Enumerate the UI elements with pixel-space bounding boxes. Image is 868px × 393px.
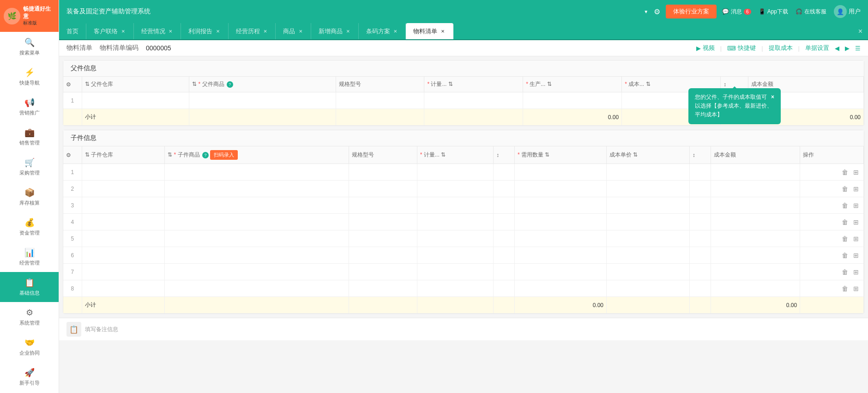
delete-icon-0[interactable]: 🗑 [840,168,850,177]
copy-icon-3[interactable]: ⊞ [851,218,861,227]
child-goods-5[interactable] [165,247,349,264]
tab-bom[interactable]: 物料清单 × [406,23,453,39]
child-spec-6[interactable] [349,264,417,280]
tab-customer[interactable]: 客户联络 × [86,23,134,39]
copy-icon-7[interactable]: ⊞ [851,284,861,293]
sidebar-item-finance[interactable]: 💰 资金管理 [0,212,59,242]
child-unit-cost-4[interactable] [607,230,690,247]
child-quantity-5[interactable] [514,247,606,264]
child-sort-7[interactable] [493,280,514,297]
child-warehouse-1[interactable] [82,181,165,197]
child-spec-2[interactable] [349,197,417,214]
sidebar-item-sales[interactable]: 💼 销售管理 [0,122,59,152]
copy-icon-6[interactable]: ⊞ [851,267,861,277]
child-unit-4[interactable] [417,230,493,247]
tab-goods-close[interactable]: × [298,27,303,36]
child-spec-3[interactable] [349,214,417,230]
child-goods-4[interactable] [165,230,349,247]
child-warehouse-4[interactable] [82,230,165,247]
child-goods-3[interactable] [165,214,349,230]
delete-icon-2[interactable]: 🗑 [840,201,850,210]
delete-icon-3[interactable]: 🗑 [840,218,850,227]
delete-icon-6[interactable]: 🗑 [840,267,850,277]
child-goods-info-icon[interactable]: ? [202,152,209,158]
child-unit-3[interactable] [417,214,493,230]
th-parent-settings[interactable]: ⚙ [63,77,82,92]
child-quantity-3[interactable] [514,214,606,230]
delete-icon-7[interactable]: 🗑 [840,284,850,293]
child-quantity-4[interactable] [514,230,606,247]
tab-barcode[interactable]: 条码方案 × [359,23,406,39]
child-sort2-3[interactable] [689,214,711,230]
tab-new-goods[interactable]: 新增商品 × [311,23,359,39]
sidebar-item-basic[interactable]: 📋 基础信息 [0,272,59,302]
child-unit-2[interactable] [417,197,493,214]
delete-icon-1[interactable]: 🗑 [840,184,850,193]
child-unit-cost-6[interactable] [607,264,690,280]
copy-icon-2[interactable]: ⊞ [851,201,861,210]
child-unit-1[interactable] [417,181,493,197]
table-view[interactable]: ☰ [855,45,861,52]
child-unit-cost-2[interactable] [607,197,690,214]
th-child-sort5[interactable]: ⇅ [633,151,638,158]
tab-operation[interactable]: 经营情况 × [134,23,181,39]
child-warehouse-7[interactable] [82,280,165,297]
th-sort-icon[interactable]: ⇅ [85,81,90,87]
tab-history-close[interactable]: × [263,27,268,36]
page-tab2[interactable]: 物料清单编码 [100,44,139,52]
child-goods-7[interactable] [165,280,349,297]
parent-goods-info-icon[interactable]: ? [227,81,233,88]
child-quantity-7[interactable] [514,280,606,297]
child-sort2-0[interactable] [689,164,711,181]
tab-customer-close[interactable]: × [121,27,126,36]
th-sort-icon3[interactable]: ⇅ [448,81,453,87]
child-spec-4[interactable] [349,230,417,247]
th-child-sort2[interactable]: ⇅ [168,151,172,158]
child-warehouse-5[interactable] [82,247,165,264]
child-unit-6[interactable] [417,264,493,280]
child-quantity-2[interactable] [514,197,606,214]
experience-button[interactable]: 体验行业方案 [666,5,717,18]
bottom-note-icon[interactable]: 📋 [66,322,81,337]
th-child-sort1[interactable]: ⇅ [85,151,90,158]
page-tab1[interactable]: 物料清单 [66,44,92,52]
sidebar-item-inventory[interactable]: 📦 库存核算 [0,182,59,212]
tab-history[interactable]: 经营历程 × [229,23,276,39]
child-quantity-6[interactable] [514,264,606,280]
child-spec-0[interactable] [349,164,417,181]
child-warehouse-6[interactable] [82,264,165,280]
sidebar-item-enterprise[interactable]: 🤝 企业协同 [0,332,59,362]
child-sort-1[interactable] [493,181,514,197]
tab-profit[interactable]: 利润报告 × [181,23,229,39]
copy-icon-4[interactable]: ⊞ [851,234,861,243]
child-quantity-0[interactable] [514,164,606,181]
copy-icon-1[interactable]: ⊞ [851,184,861,193]
sidebar-item-purchase[interactable]: 🛒 采购管理 [0,152,59,182]
tab-operation-close[interactable]: × [168,27,174,36]
child-unit-7[interactable] [417,280,493,297]
child-spec-1[interactable] [349,181,417,197]
sidebar-item-guide[interactable]: 🚀 新手引导 [0,362,59,392]
child-unit-cost-5[interactable] [607,247,690,264]
copy-icon-5[interactable]: ⊞ [851,251,861,260]
child-sort2-2[interactable] [689,197,711,214]
parent-unit-cell[interactable] [424,92,523,109]
nav-next[interactable]: ▶ [845,45,850,52]
child-sort-5[interactable] [493,247,514,264]
tab-home[interactable]: 首页 [59,24,86,39]
child-goods-2[interactable] [165,197,349,214]
th-child-sort3[interactable]: ⇅ [441,151,446,158]
global-close-button[interactable]: × [853,24,868,39]
child-sort-4[interactable] [493,230,514,247]
th-child-sort4[interactable]: ⇅ [545,151,549,158]
user-area[interactable]: 👤 用户 [834,5,861,18]
sidebar-item-search[interactable]: 🔍 搜索菜单 [0,32,59,62]
child-sort2-7[interactable] [689,280,711,297]
child-unit-cost-3[interactable] [607,214,690,230]
child-unit-5[interactable] [417,247,493,264]
copy-icon-0[interactable]: ⊞ [851,168,861,177]
online-service-button[interactable]: 🎧 在线客服 [796,8,826,16]
child-goods-0[interactable] [165,164,349,181]
single-settings-action[interactable]: 单据设置 [805,44,829,52]
child-sort-2[interactable] [493,197,514,214]
